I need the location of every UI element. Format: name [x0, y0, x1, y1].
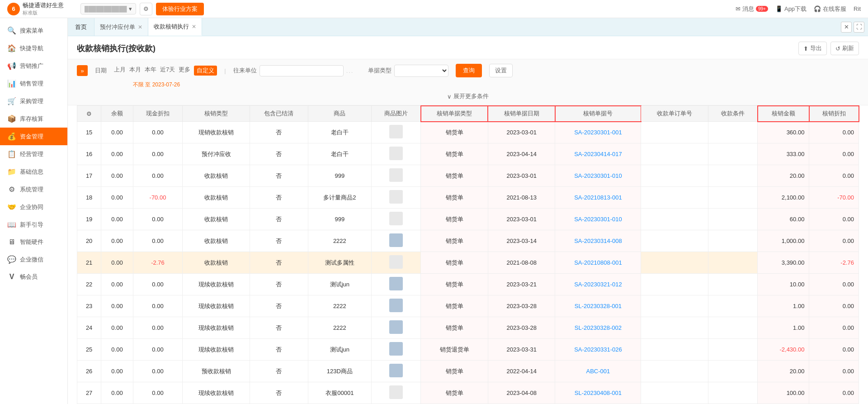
bill-no-link[interactable]: SL-20230408-001 [575, 390, 622, 396]
refresh-button[interactable]: ↺ 刷新 [830, 42, 859, 55]
tab-close-cancel[interactable]: ✕ [192, 24, 196, 30]
expand-more-button[interactable]: ∨ 展开更多条件 [447, 92, 489, 100]
cell-cancel-amount: 10.00 [758, 274, 809, 295]
sidebar: 🔍 搜索菜单 🏠 快捷导航 📢 营销推广 📊 销售管理 🛒 采购管理 📦 库存核… [0, 18, 68, 404]
cell-cancel-amount: 360.00 [758, 122, 809, 143]
cell-id: 27 [77, 382, 101, 404]
bill-no-link[interactable]: SA-20230301-010 [574, 172, 622, 179]
cell-cancel-bill-no[interactable]: SL-20230328-001 [555, 295, 641, 317]
logo-area: 6 畅捷通谱好生意 标准版 [7, 2, 75, 16]
cell-cancel-amount: 100.00 [758, 382, 809, 404]
bill-no-link[interactable]: SA-20210813-001 [574, 194, 622, 201]
col-settings[interactable]: ⚙ [77, 106, 101, 122]
trial-button[interactable]: 体验行业方案 [156, 3, 204, 15]
cell-cancel-bill-no[interactable]: ABC-001 [555, 361, 641, 382]
sidebar-item-hardware[interactable]: 🖥 智能硬件 [0, 233, 67, 251]
cell-cancel-bill-no[interactable]: SA-20210808-001 [555, 252, 641, 274]
cell-cancel-discount: 0.00 [809, 274, 859, 295]
sidebar-item-member[interactable]: V 畅会员 [0, 268, 67, 285]
cell-cancel-bill-no[interactable]: SA-20230331-026 [555, 339, 641, 361]
from-unit-field: 往来单位 ... [233, 65, 354, 76]
cell-cancel-bill-date: 2021-08-13 [488, 187, 555, 209]
filter-row-1: » 日期 上月 本月 本年 近7天 更多 自定义 | 往来单位 ... [77, 64, 859, 77]
table-row: 19 0.00 0.00 收款核销 否 999 销货单 2023-03-01 S… [77, 209, 859, 230]
cell-included-cleared: 否 [250, 317, 308, 339]
cell-included-cleared: 否 [250, 274, 308, 295]
cell-cancel-bill-no[interactable]: SL-20230408-001 [555, 382, 641, 404]
cell-cash-discount: 0.00 [133, 230, 183, 252]
expand-filter-button[interactable]: » [77, 65, 88, 76]
bill-no-link[interactable]: SA-20210808-001 [574, 259, 622, 266]
sidebar-item-newguide[interactable]: 📖 新手引导 [0, 216, 67, 233]
sidebar-item-search[interactable]: 🔍 搜索菜单 [0, 22, 67, 39]
bill-no-link[interactable]: SL-20230328-002 [575, 324, 622, 331]
page-content: 收款核销执行(按收款) ⬆ 导出 ↺ 刷新 » 日期 [68, 36, 868, 404]
cell-cancel-bill-no[interactable]: SA-20230321-012 [555, 274, 641, 295]
date-this-month[interactable]: 本月 [129, 66, 141, 76]
sidebar-item-basic[interactable]: 📁 基础信息 [0, 163, 67, 181]
sidebar-item-purchase[interactable]: 🛒 采购管理 [0, 92, 67, 110]
user-name[interactable]: Rit [854, 5, 861, 12]
sidebar-item-marketing[interactable]: 📢 营销推广 [0, 57, 67, 75]
date-this-year[interactable]: 本年 [145, 66, 156, 76]
cell-cancel-bill-no[interactable]: SA-20230301-010 [555, 209, 641, 230]
sidebar-item-finance[interactable]: 💰 资金管理 [0, 128, 67, 145]
tab-actions: ✕ ⛶ [837, 18, 868, 36]
cell-receipt-condition [708, 122, 758, 143]
from-unit-input[interactable] [259, 65, 344, 76]
date-7days[interactable]: 近7天 [160, 66, 175, 76]
cell-cancel-amount: 2,100.00 [758, 187, 809, 209]
bill-no-link[interactable]: SA-20230321-012 [574, 281, 622, 288]
export-button[interactable]: ⬆ 导出 [798, 42, 827, 55]
maximize-tab-button[interactable]: ⛶ [854, 22, 864, 33]
sidebar-item-quicknav[interactable]: 🏠 快捷导航 [0, 39, 67, 57]
tab-close-prepay[interactable]: ✕ [138, 24, 142, 30]
date-more[interactable]: 更多 [179, 66, 190, 76]
cell-cancel-bill-no[interactable]: SA-20230301-010 [555, 165, 641, 187]
date-last-month[interactable]: 上月 [114, 66, 126, 76]
bill-no-link[interactable]: ABC-001 [586, 368, 610, 375]
filter-bar: » 日期 上月 本月 本年 近7天 更多 自定义 | 往来单位 ... [68, 59, 868, 105]
bill-no-link[interactable]: SA-20230331-026 [574, 346, 622, 353]
cell-cash-discount: 0.00 [133, 382, 183, 404]
table-body: 15 0.00 0.00 现销收款核销 否 老白干 销货单 2023-03-01… [77, 122, 859, 404]
cell-balance: 0.00 [101, 317, 133, 339]
cell-cancel-bill-type: 销货单 [421, 252, 488, 274]
cell-cancel-bill-type: 销货单 [421, 209, 488, 230]
logo-text: 畅捷通谱好生意 标准版 [23, 2, 64, 16]
bill-no-link[interactable]: SL-20230328-001 [575, 303, 622, 309]
cell-cancel-type: 收款核销 [183, 187, 250, 209]
sidebar-item-operations[interactable]: 📋 经营管理 [0, 145, 67, 163]
home-icon: 🏠 [7, 44, 16, 52]
bill-no-link[interactable]: SA-20230301-010 [574, 216, 622, 223]
online-service-button[interactable]: 🎧 在线客服 [814, 5, 846, 13]
single-type-select[interactable] [394, 65, 448, 77]
sidebar-item-enterprise[interactable]: 🤝 企业协同 [0, 198, 67, 216]
query-button[interactable]: 查询 [456, 64, 482, 77]
tab-home[interactable]: 首页 [68, 18, 94, 36]
date-custom[interactable]: 自定义 [194, 66, 217, 76]
company-selector[interactable]: ███████████ ▾ [80, 3, 136, 14]
cell-cancel-bill-no[interactable]: SA-20210813-001 [555, 187, 641, 209]
close-tab-button[interactable]: ✕ [841, 22, 852, 33]
cell-cancel-bill-no[interactable]: SL-20230328-002 [555, 317, 641, 339]
cell-cancel-bill-no[interactable]: SA-20230414-017 [555, 143, 641, 165]
tab-cancel[interactable]: 收款核销执行 ✕ [148, 18, 202, 36]
cell-cancel-bill-no[interactable]: SA-20230301-001 [555, 122, 641, 143]
sidebar-item-sales[interactable]: 📊 销售管理 [0, 75, 67, 92]
app-download-button[interactable]: 📱 App下载 [775, 5, 807, 13]
sidebar-item-inventory[interactable]: 📦 库存核算 [0, 110, 67, 128]
sidebar-item-system[interactable]: ⚙ 系统管理 [0, 181, 67, 198]
handshake-icon: 🤝 [7, 203, 16, 211]
bill-no-link[interactable]: SA-20230301-001 [574, 129, 622, 136]
gear-button[interactable]: ⚙ [140, 3, 152, 15]
cell-cancel-bill-no[interactable]: SA-20230314-008 [555, 230, 641, 252]
cell-cancel-type: 收款核销 [183, 252, 250, 274]
table-container[interactable]: ⚙ 余额 现金折扣 核销类型 包含已结清 商品 商品图片 核销单据类型 核销单据… [68, 105, 868, 404]
bill-no-link[interactable]: SA-20230414-017 [574, 151, 622, 157]
tab-prepay[interactable]: 预付冲应付单 ✕ [94, 18, 148, 36]
message-button[interactable]: ✉ 消息 99+ [736, 5, 768, 13]
filter-settings-button[interactable]: 设置 [489, 64, 513, 77]
bill-no-link[interactable]: SA-20230314-008 [574, 238, 622, 244]
sidebar-item-wechat[interactable]: 💬 企业微信 [0, 251, 67, 268]
